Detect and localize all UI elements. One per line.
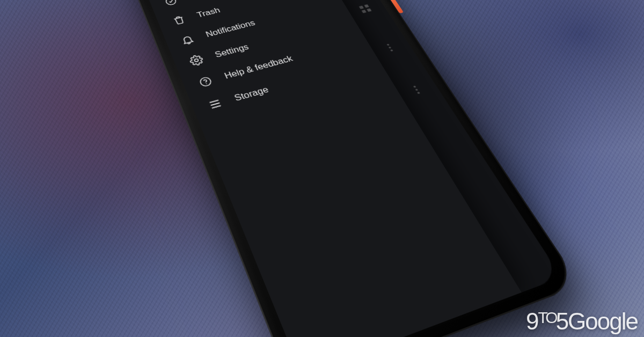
watermark: 9TO5Google [526, 308, 638, 335]
svg-point-8 [415, 89, 418, 91]
svg-rect-0 [359, 6, 364, 9]
more-vert-icon[interactable] [381, 41, 399, 54]
svg-point-16 [194, 58, 199, 62]
grid-view-icon[interactable] [357, 3, 374, 14]
nav-drawer: Google Drive Recent Offline [125, 0, 522, 337]
bell-icon [179, 33, 196, 46]
check-circle-icon [163, 0, 179, 7]
more-vert-icon[interactable] [407, 83, 426, 97]
svg-point-5 [389, 47, 392, 49]
drawer-menu: Recent Offline Trash Notifications [139, 0, 385, 122]
svg-point-4 [386, 43, 390, 46]
svg-point-7 [413, 85, 416, 87]
gear-icon [188, 54, 205, 67]
menu-label: Offline [187, 0, 215, 1]
menu-label: Trash [196, 6, 222, 19]
svg-point-6 [390, 49, 393, 52]
photo-canvas: 10:06 63% Google Drive [0, 0, 644, 337]
svg-rect-2 [362, 10, 367, 13]
trash-icon [171, 14, 187, 26]
menu-label: Settings [214, 43, 250, 60]
phone-body: 10:06 63% Google Drive [113, 0, 581, 337]
svg-rect-1 [364, 4, 369, 8]
phone-screen: 10:06 63% Google Drive [125, 0, 561, 337]
storage-icon [206, 97, 224, 111]
svg-rect-3 [367, 9, 371, 12]
help-icon [197, 75, 215, 89]
svg-point-18 [206, 83, 207, 84]
svg-point-15 [165, 0, 177, 5]
menu-label: Storage [233, 85, 270, 103]
svg-point-9 [417, 92, 420, 94]
